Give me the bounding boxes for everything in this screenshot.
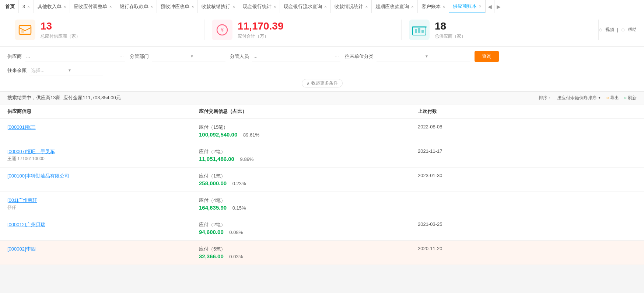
transaction-info-5: 应付（2笔） 94,600.00 0.08% <box>199 221 418 235</box>
table-row: [000007]恒旺二手叉车 王通 17106110000 应付（2笔） 11,… <box>0 143 644 168</box>
close-other-income[interactable]: × <box>64 4 66 9</box>
nav-tab-bank-deposit[interactable]: 银行存取款单 × <box>116 0 157 13</box>
nav-tab-3[interactable]: 3 × <box>19 0 34 13</box>
close-supplier-book[interactable]: × <box>479 4 481 8</box>
supplier-link-1[interactable]: [000001]张三 <box>7 124 199 131</box>
filter-dept: 分管部门 ▼ <box>130 51 225 62</box>
receipt-verify-label: 收款核销执行 <box>202 3 230 10</box>
table-header: 供应商信息 应付交易信息（占比） 上次付数 <box>0 104 644 119</box>
person-filter-label: 分管人员 <box>230 53 249 60</box>
sort-select[interactable]: 按应付余额倒序排序 ▼ <box>557 95 601 101</box>
svg-rect-0 <box>19 25 31 34</box>
filter-row-2: 往来余额 选择... ▼ <box>7 65 637 76</box>
link-divider: | <box>617 27 618 32</box>
close-receipt-stat[interactable]: × <box>365 4 368 9</box>
nav-tab-receipt-verify[interactable]: 收款核销执行 × <box>198 0 239 13</box>
result-summary-left: 搜索结果中，供应商13家 应付金额111,703,854.00元 <box>7 94 121 101</box>
nav-tab-overdue-ar[interactable]: 超期应收款查询 × <box>372 0 417 13</box>
table-row: [001]广州荣轩 仔仔 应付（4笔） 164,635.90 0.15% <box>0 192 644 216</box>
supplier-info-3: [000100]本特勤油品有限公司 <box>7 173 199 179</box>
nav-tab-ar-ap-adjust[interactable]: 应收应付调整单 × <box>70 0 116 13</box>
total-supplier-number: 18 <box>435 20 466 32</box>
close-overdue-ar[interactable]: × <box>411 4 413 9</box>
nav-prev-arrow[interactable]: ◀ <box>485 0 494 13</box>
export-button[interactable]: ○ 导出 <box>606 95 619 101</box>
transaction-pct-6: 0.03% <box>229 254 243 259</box>
table-row: [000002]李四 应付（5笔） 32,366.00 0.03% 2020-1… <box>0 241 644 265</box>
nav-tab-cash-bank-stat[interactable]: 现金银行统计 × <box>239 0 280 13</box>
nav-tab-receipt-stat[interactable]: 收款情况统计 × <box>331 0 372 13</box>
query-button[interactable]: 查询 <box>475 51 499 62</box>
category-select-arrow: ▼ <box>423 54 470 58</box>
close-cash-bank-flow[interactable]: × <box>324 4 326 9</box>
close-cash-bank-stat[interactable]: × <box>274 4 276 9</box>
overdue-ar-label: 超期应收款查询 <box>375 3 409 10</box>
nav-tab-cash-bank-flow[interactable]: 现金银行流水查询 × <box>280 0 330 13</box>
transaction-amount-1: 100,092,540.00 <box>199 131 237 138</box>
close-customer-book[interactable]: × <box>443 4 445 9</box>
col-header-last-pay: 上次付数 <box>418 108 637 115</box>
person-ellipsis-icon[interactable]: ··· <box>333 54 340 59</box>
transaction-title-1: 应付（15笔） <box>199 124 418 131</box>
supplier-link-2[interactable]: [000007]恒旺二手叉车 <box>7 148 199 155</box>
filter-supplier: 供应商 ··· <box>7 51 125 62</box>
transaction-pct-4: 0.15% <box>232 205 246 211</box>
video-link[interactable]: 视频 <box>605 27 614 33</box>
nav-tab-supplier-book[interactable]: 供应商账本 × <box>449 0 485 13</box>
category-select[interactable]: ▼ <box>377 51 470 62</box>
dept-select[interactable]: ▼ <box>152 51 225 62</box>
bank-deposit-label: 银行存取款单 <box>120 3 148 10</box>
table-body: [000001]张三 应付（15笔） 100,092,540.00 89.61%… <box>0 119 644 265</box>
supplier-sub-4: 仔仔 <box>7 204 199 211</box>
transaction-title-3: 应付（1笔） <box>199 173 418 179</box>
dept-select-arrow: ▼ <box>189 54 225 58</box>
total-payable-suppliers-number: 13 <box>41 20 80 32</box>
help-link[interactable]: 帮助 <box>628 27 637 33</box>
balance-select[interactable]: 选择... ▼ <box>29 65 103 76</box>
close-receipt-verify[interactable]: × <box>232 4 235 9</box>
transaction-pct-1: 89.61% <box>243 132 259 138</box>
dept-filter-label: 分管部门 <box>130 53 149 60</box>
refresh-button[interactable]: ○ 刷新 <box>624 95 637 101</box>
collapse-up-icon: ∧ <box>307 81 310 86</box>
nav-tab-customer-book[interactable]: 客户账本 × <box>418 0 449 13</box>
person-input[interactable] <box>252 54 333 59</box>
transaction-info-1: 应付（15笔） 100,092,540.00 89.61% <box>199 124 418 138</box>
collapse-btn[interactable]: ∧ 收起更多条件 <box>302 79 343 87</box>
nav-tab-other-income[interactable]: 其他收入单 × <box>34 0 70 13</box>
nav-tab-home[interactable]: 首页 <box>1 0 19 13</box>
supplier-info-2: [000007]恒旺二手叉车 王通 17106110000 <box>7 148 199 162</box>
person-input-wrapper: ··· <box>252 51 340 62</box>
supplier-ellipsis-icon[interactable]: ··· <box>118 54 125 59</box>
last-pay-6: 2020-11-20 <box>418 246 637 251</box>
close-tab-3[interactable]: × <box>27 4 29 9</box>
supplier-input-wrapper: ··· <box>25 51 125 62</box>
last-pay-3: 2023-01-30 <box>418 173 637 178</box>
result-text2: 应付金额111,703,854.00元 <box>63 94 120 101</box>
supplier-input[interactable] <box>25 51 118 62</box>
filter-category: 往来单位分类 ▼ <box>345 51 470 62</box>
nav-next-arrow[interactable]: ▶ <box>494 0 503 13</box>
balance-select-arrow: ▼ <box>66 68 103 72</box>
supplier-info-4: [001]广州荣轩 仔仔 <box>7 197 199 211</box>
transaction-info-6: 应付（5笔） 32,366.00 0.03% <box>199 246 418 259</box>
filter-section: 供应商 ··· 分管部门 ▼ 分管人员 ··· 往来单位分类 <box>0 46 644 92</box>
table-row: [000001]张三 应付（15笔） 100,092,540.00 89.61%… <box>0 119 644 143</box>
supplier-link-5[interactable]: [000012]广州贝瑞 <box>7 221 199 228</box>
result-text1: 搜索结果中，供应商13家 <box>7 94 60 101</box>
transaction-title-5: 应付（2笔） <box>199 221 418 228</box>
collapse-btn-area: ∧ 收起更多条件 <box>7 79 637 87</box>
transaction-pct-3: 0.23% <box>232 181 246 186</box>
close-ar-ap-adjust[interactable]: × <box>109 4 112 9</box>
supplier-link-3[interactable]: [000100]本特勤油品有限公司 <box>7 173 199 179</box>
transaction-title-4: 应付（4笔） <box>199 197 418 204</box>
top-navigation: 首页 3 × 其他收入单 × 应收应付调整单 × 银行存取款单 × 预收冲应收单… <box>0 0 644 13</box>
supplier-link-6[interactable]: [000002]李四 <box>7 246 199 252</box>
nav-tab-pre-ar[interactable]: 预收冲应收单 × <box>157 0 198 13</box>
close-bank-deposit[interactable]: × <box>151 4 153 9</box>
transaction-amount-6: 32,366.00 <box>199 253 224 259</box>
transaction-pct-2: 9.89% <box>240 156 254 162</box>
close-pre-ar[interactable]: × <box>192 4 194 9</box>
supplier-link-4[interactable]: [001]广州荣轩 <box>7 197 199 204</box>
filter-balance: 往来余额 选择... ▼ <box>7 65 103 76</box>
